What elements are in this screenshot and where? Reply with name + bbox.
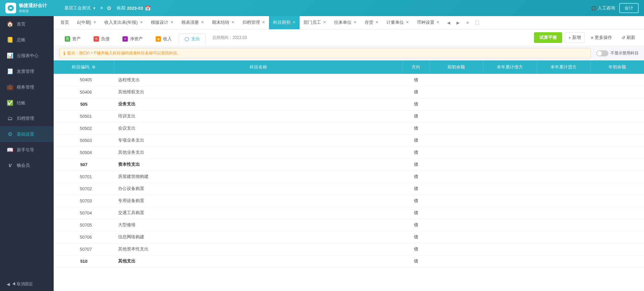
cell-opening-balance[interactable] (429, 158, 483, 171)
cell-opening-balance[interactable] (429, 231, 483, 243)
subtab-liability[interactable]: 负 负债 (88, 34, 115, 44)
table-row[interactable]: 50704 交通工具购置 借 (54, 207, 644, 219)
table-row[interactable]: 50503 专项业务支出 借 (54, 134, 644, 146)
cell-opening-balance[interactable] (429, 243, 483, 255)
project-dropdown-icon[interactable]: ▼ (93, 6, 96, 10)
cell-ytd-debit[interactable] (483, 231, 537, 243)
ai-consult-button[interactable]: 🎧 人工咨询 (591, 5, 615, 11)
sidebar-item-invoice[interactable]: 🧾 发票管理 (0, 63, 54, 79)
tab-subject-init[interactable]: 科目期初 ✕ (269, 16, 300, 30)
tab-template[interactable]: 模版设计 ✕ (147, 16, 177, 30)
tab-unit-close[interactable]: ✕ (406, 20, 409, 25)
table-row[interactable]: 505 业务支出 借 (54, 98, 644, 110)
cell-ytd-debit[interactable] (483, 158, 537, 171)
tab-currency[interactable]: 币种设置 ✕ (413, 16, 443, 30)
sidebar-item-settings[interactable]: ⚙ 基础设置 (0, 126, 54, 142)
tab-currency-close[interactable]: ✕ (436, 20, 439, 25)
balance-button[interactable]: 试算平衡 (534, 32, 562, 43)
tab-template-close[interactable]: ✕ (170, 20, 173, 25)
subtab-income[interactable]: ⊕ 收入 (150, 34, 177, 44)
sidebar-item-report[interactable]: 📊 云报表中心 (0, 48, 54, 63)
cell-ytd-credit[interactable] (537, 219, 590, 231)
cell-ytd-credit[interactable] (537, 183, 590, 195)
table-row[interactable]: 50502 会议支出 借 (54, 122, 644, 134)
tab-unit[interactable]: 计量单位 ✕ (382, 16, 413, 30)
cell-opening-balance[interactable] (429, 98, 483, 110)
cell-opening-balance[interactable] (429, 207, 483, 219)
cell-year-opening[interactable] (590, 171, 644, 183)
tab-expand-button[interactable]: ⛶ (473, 19, 481, 27)
tab-period-end[interactable]: 期末结转 ✕ (208, 16, 238, 30)
cell-ytd-credit[interactable] (537, 122, 590, 134)
table-row[interactable]: 50706 信息网络购建 借 (54, 231, 644, 243)
cell-year-opening[interactable] (590, 134, 644, 146)
cell-opening-balance[interactable] (429, 110, 483, 122)
tab-dept-close[interactable]: ✕ (323, 20, 326, 25)
cell-ytd-debit[interactable] (483, 98, 537, 110)
table-row[interactable]: 50504 其他业务支出 借 (54, 146, 644, 158)
table-row[interactable]: 50703 专用设备购置 借 (54, 195, 644, 207)
subtab-equity[interactable]: ≡ 净资产 (117, 34, 149, 44)
cell-year-opening[interactable] (590, 98, 644, 110)
calendar-icon[interactable]: 📅 (145, 5, 151, 11)
table-row[interactable]: 50406 其他维权支出 借 (54, 86, 644, 98)
sidebar-item-guide[interactable]: 📖 新手引导 (0, 142, 54, 158)
add-button[interactable]: + 新增 (565, 32, 585, 43)
cell-year-opening[interactable] (590, 110, 644, 122)
tab-mid-close[interactable]: ✕ (93, 20, 96, 25)
tab-period-end-close[interactable]: ✕ (231, 20, 234, 25)
refresh-button[interactable]: ↺ 刷新 (618, 33, 639, 43)
cell-ytd-credit[interactable] (537, 74, 590, 86)
cell-ytd-credit[interactable] (537, 243, 590, 255)
tab-tax-close[interactable]: ✕ (201, 20, 204, 25)
table-row[interactable]: 507 资本性支出 借 (54, 158, 644, 171)
cell-year-opening[interactable] (590, 195, 644, 207)
cell-year-opening[interactable] (590, 243, 644, 255)
cell-opening-balance[interactable] (429, 122, 483, 134)
cell-ytd-debit[interactable] (483, 134, 537, 146)
cell-ytd-credit[interactable] (537, 207, 590, 219)
sidebar-collapse-button[interactable]: ◀ ◀ 取消固定 (0, 277, 54, 291)
table-row[interactable]: 50405 远程维支出 借 (54, 74, 644, 86)
cell-ytd-debit[interactable] (483, 146, 537, 158)
cell-ytd-debit[interactable] (483, 207, 537, 219)
cell-ytd-debit[interactable] (483, 86, 537, 98)
cell-year-opening[interactable] (590, 231, 644, 243)
cell-ytd-debit[interactable] (483, 219, 537, 231)
tab-next-button[interactable]: ▶ (454, 19, 462, 27)
table-row[interactable]: 50707 其他资本性支出 借 (54, 243, 644, 255)
cell-year-opening[interactable] (590, 74, 644, 86)
table-row[interactable]: 50702 办公设备购置 借 (54, 183, 644, 195)
cell-opening-balance[interactable] (429, 255, 483, 267)
cell-opening-balance[interactable] (429, 134, 483, 146)
cell-ytd-debit[interactable] (483, 171, 537, 183)
column-settings-icon[interactable]: ⚙ (92, 65, 96, 69)
table-row[interactable]: 50705 大型修缮 借 (54, 219, 644, 231)
cell-year-opening[interactable] (590, 219, 644, 231)
disable-toggle[interactable] (596, 50, 608, 56)
cell-year-opening[interactable] (590, 86, 644, 98)
cell-opening-balance[interactable] (429, 195, 483, 207)
tab-archive[interactable]: 归档管理 ✕ (238, 16, 269, 30)
cell-opening-balance[interactable] (429, 219, 483, 231)
tab-income-exp-close[interactable]: ✕ (140, 20, 143, 25)
tab-inventory[interactable]: 存货 ✕ (361, 16, 382, 30)
sidebar-item-member[interactable]: V 畅会员 (0, 158, 54, 173)
cell-ytd-debit[interactable] (483, 195, 537, 207)
table-row[interactable]: 50701 房屋建筑物购建 借 (54, 171, 644, 183)
tab-home[interactable]: 首页 (56, 16, 73, 30)
sidebar-item-home[interactable]: 🏠 首页 (0, 16, 54, 32)
cell-year-opening[interactable] (590, 183, 644, 195)
table-row[interactable]: 510 其他支出 借 (54, 255, 644, 267)
period-value[interactable]: 2023-03 (127, 6, 143, 11)
sidebar-item-close[interactable]: ✅ 结账 (0, 95, 54, 111)
settings-icon[interactable]: ⚙ (107, 5, 111, 11)
tab-archive-close[interactable]: ✕ (262, 20, 265, 25)
tab-contact[interactable]: 往来单位 ✕ (330, 16, 361, 30)
sidebar-item-archive[interactable]: 🗂 归档管理 (0, 111, 54, 126)
cell-opening-balance[interactable] (429, 183, 483, 195)
cell-opening-balance[interactable] (429, 74, 483, 86)
cell-opening-balance[interactable] (429, 146, 483, 158)
cell-ytd-credit[interactable] (537, 158, 590, 171)
tab-subject-init-close[interactable]: ✕ (292, 20, 296, 25)
